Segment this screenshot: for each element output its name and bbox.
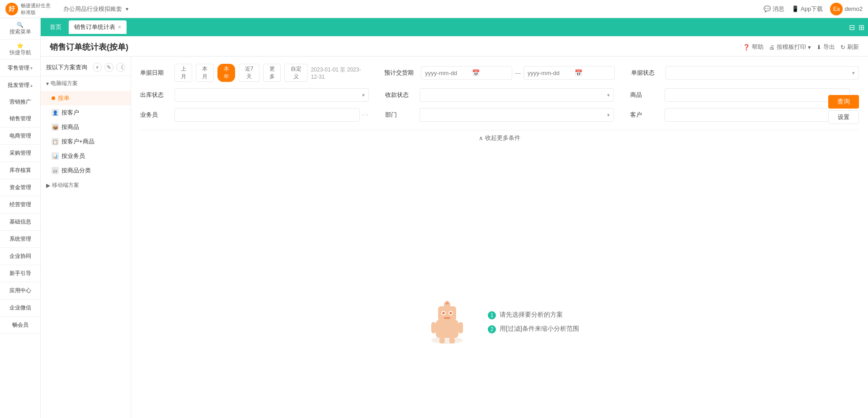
category-icon: 🗂	[52, 167, 59, 174]
sidebar-section-cooperation: 企业协同	[0, 248, 40, 265]
department-select[interactable]: ▾	[420, 108, 614, 122]
collapse-panel-btn[interactable]: 《	[116, 63, 125, 72]
empty-illustration	[420, 295, 474, 349]
tab-home[interactable]: 首页	[44, 20, 67, 34]
expected-date-field: 📅 — 📅	[421, 66, 614, 80]
sidebar-item-inventory[interactable]: 库存核算	[0, 162, 40, 179]
order-status-select[interactable]: ▾	[665, 66, 859, 80]
app-dropdown[interactable]: ▾	[126, 6, 128, 12]
scheme-item-by-category[interactable]: 🗂 按商品分类	[41, 163, 131, 178]
main-layout: 🔍 搜索菜单 ⭐ 快捷导航 零售管理 ▾ 批发管理 ▴ 营销推广 销售管理	[0, 18, 868, 418]
sidebar-section-guide: 新手引导	[0, 265, 40, 282]
filter-row-people: 业务员 ··· 部门 ▾	[140, 108, 859, 122]
calendar-from-icon[interactable]: 📅	[472, 69, 480, 76]
empty-tips: 1 请先选择要分析的方案 2 用[过滤]条件来缩小分析范围	[488, 311, 579, 333]
sidebar-item-guide[interactable]: 新手引导	[0, 265, 40, 282]
sidebar-item-ecommerce[interactable]: 电商管理	[0, 128, 40, 144]
sidebar-item-finance[interactable]: 资金管理	[0, 179, 40, 196]
collapse-btn-area: ∧ 收起更多条件	[140, 130, 859, 149]
scheme-dot-icon	[52, 96, 55, 100]
user-menu[interactable]: Ea demo2	[830, 3, 863, 15]
tab-close-icon[interactable]: ×	[118, 24, 121, 30]
svg-rect-10	[439, 338, 445, 343]
filter-row-date: 单据日期 上月 本月 本年 近7天 更多 自定义 2023-01-01 至 20…	[140, 64, 859, 82]
svg-rect-7	[444, 317, 450, 319]
sidebar-section-purchase: 采购管理	[0, 145, 40, 162]
sidebar-item-wechat[interactable]: 企业微信	[0, 299, 40, 316]
date-btn-custom[interactable]: 自定义	[284, 64, 307, 82]
sidebar-item-wholesale[interactable]: 批发管理 ▴	[0, 77, 40, 94]
tip-num-2: 2	[488, 325, 496, 333]
scheme-item-by-customer-goods[interactable]: 📋 按客户+商品	[41, 134, 131, 149]
delivery-status-select[interactable]: ▾	[175, 88, 369, 102]
app-download-btn[interactable]: 📱 App下载	[792, 5, 823, 13]
svg-rect-11	[449, 338, 455, 343]
logo-text: 畅捷通好生意 标准版	[21, 2, 51, 15]
sidebar-section-appcenter: 应用中心	[0, 282, 40, 299]
sidebar-item-retail[interactable]: 零售管理 ▾	[0, 60, 40, 76]
print-icon: 🖨	[769, 44, 775, 51]
sidebar-item-operation[interactable]: 经营管理	[0, 196, 40, 213]
date-btn-thismonth[interactable]: 本月	[196, 64, 213, 82]
scheme-item-by-customer[interactable]: 👤 按客户	[41, 105, 131, 120]
message-btn[interactable]: 💬 消息	[764, 5, 784, 13]
combined-icon: 📋	[52, 138, 59, 145]
chevron-up-icon: ▴	[30, 83, 33, 88]
goods-icon: 📦	[52, 124, 59, 131]
sidebar-item-marketing[interactable]: 营销推广	[0, 94, 40, 110]
add-scheme-btn[interactable]: +	[93, 63, 102, 72]
salesman-input[interactable]	[175, 108, 360, 122]
date-btn-7days[interactable]: 近7天	[239, 64, 259, 82]
sidebar-search[interactable]: 🔍 搜索菜单	[0, 18, 40, 40]
tab-sales-statistics[interactable]: 销售订单统计表 ×	[69, 20, 127, 34]
query-button[interactable]: 查询	[828, 95, 859, 109]
message-icon: 💬	[764, 5, 771, 12]
date-btn-more[interactable]: 更多	[263, 64, 281, 82]
scheme-panel-tools: + ✎ 《	[93, 63, 125, 72]
settings-button[interactable]: 设置	[828, 110, 859, 124]
empty-tip-2: 2 用[过滤]条件来缩小分析范围	[488, 325, 579, 333]
collapse-btn[interactable]: ∧ 收起更多条件	[479, 134, 520, 142]
calendar-to-icon[interactable]: 📅	[575, 69, 582, 76]
help-btn[interactable]: ❓ 帮助	[743, 43, 764, 51]
sidebar-section-system: 系统管理	[0, 231, 40, 248]
scheme-item-by-order[interactable]: 按单	[41, 91, 131, 105]
tab-minimize-icon[interactable]: ⊟	[849, 23, 855, 32]
sidebar-item-sales[interactable]: 销售管理	[0, 110, 40, 127]
sidebar-item-system[interactable]: 系统管理	[0, 231, 40, 247]
date-range-text: 2023-01-01 至 2023-12-31	[311, 66, 368, 80]
expected-date-to[interactable]	[528, 70, 573, 76]
svg-point-5	[443, 312, 445, 314]
salesman-more-icon[interactable]: ···	[362, 111, 369, 119]
sidebar-item-basic[interactable]: 基础信息	[0, 214, 40, 230]
scheme-item-by-staff[interactable]: 📊 按业务员	[41, 149, 131, 163]
scheme-item-by-goods[interactable]: 📦 按商品	[41, 120, 131, 134]
sidebar-item-appcenter[interactable]: 应用中心	[0, 282, 40, 299]
sidebar-item-member[interactable]: 畅会员	[0, 317, 40, 333]
empty-svg	[422, 297, 472, 347]
expected-date-from[interactable]	[425, 70, 470, 76]
department-field: ▾	[420, 108, 614, 122]
export-btn[interactable]: ⬇ 导出	[816, 43, 835, 51]
refresh-btn[interactable]: ↻ 刷新	[840, 43, 859, 51]
print-btn[interactable]: 🖨 按模板打印 ▾	[769, 43, 811, 51]
goods-input[interactable]	[665, 88, 850, 102]
chevron-down-icon: ▾	[46, 81, 49, 87]
page-header: 销售订单统计表(按单) ❓ 帮助 🖨 按模板打印 ▾ ⬇ 导出	[41, 36, 868, 57]
svg-rect-8	[431, 322, 436, 333]
staff-icon: 📊	[52, 152, 59, 160]
print-dropdown-icon[interactable]: ▾	[808, 44, 811, 51]
date-btn-lastmonth[interactable]: 上月	[175, 64, 192, 82]
sidebar-quick-nav[interactable]: ⭐ 快捷导航	[0, 40, 40, 60]
select-arrow-icon: ▾	[852, 70, 855, 76]
payment-status-select[interactable]: ▾	[420, 88, 614, 102]
customer-input[interactable]	[665, 108, 850, 122]
tab-maximize-icon[interactable]: ⊞	[859, 23, 864, 32]
scheme-panel-header: 按以下方案查询 + ✎ 《	[41, 61, 131, 76]
sidebar-item-purchase[interactable]: 采购管理	[0, 145, 40, 162]
date-btn-thisyear[interactable]: 本年	[217, 64, 235, 82]
svg-rect-1	[436, 320, 458, 338]
sidebar-item-cooperation[interactable]: 企业协同	[0, 248, 40, 265]
edit-scheme-btn[interactable]: ✎	[104, 63, 113, 72]
salesman-field: ···	[175, 108, 369, 122]
